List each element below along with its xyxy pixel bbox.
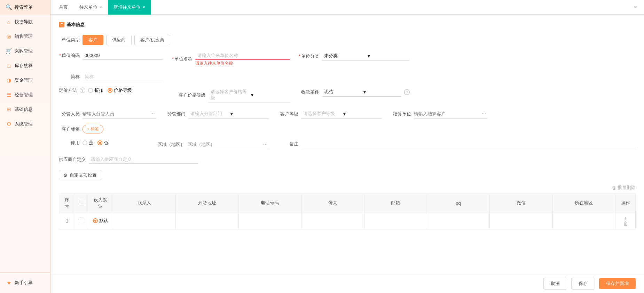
sidebar-item-basics[interactable]: ⊞ 基础信息 [0,102,50,117]
chevron-down-icon4: ▼ [229,111,267,116]
row-address[interactable] [176,212,238,229]
row-wechat[interactable] [490,212,552,229]
disabled-yes-radio[interactable] [83,140,87,145]
fax-input[interactable] [305,218,360,223]
customer-level-select[interactable]: 请选择客户等级 ▼ [301,109,382,119]
unit-type-supplier-btn[interactable]: 供应商 [106,35,132,45]
pricing-level-option[interactable]: 价格等级 [108,87,132,93]
department-select[interactable]: 请输入分管部门 ▼ [188,109,269,119]
price-level-radio[interactable] [108,88,112,93]
tab-partners-label: 往来单位 [79,4,97,10]
region-dots-btn[interactable]: ··· [262,141,269,147]
chevron-down-icon: ▼ [367,54,408,59]
phone-input[interactable] [242,218,298,223]
sidebar-bottom: ★ 新手引导 [0,272,50,293]
disabled-label: 停用 [59,140,80,146]
supplier-custom-input[interactable] [89,155,198,164]
tab-new-partner[interactable]: 新增往来单位 × [108,0,151,15]
sidebar-item-inventory[interactable]: □ 库存核算 [0,58,50,73]
col-fax: 传真 [301,194,364,212]
qq-input[interactable] [431,218,486,223]
batch-delete-area: 🗑 批量删除 [59,185,636,191]
row-default-radio[interactable] [93,218,98,223]
customer-level-placeholder: 请选择客户等级 [303,111,341,117]
tab-new-partner-label: 新增往来单位 [113,4,141,10]
select-all-checkbox[interactable] [79,200,84,205]
cancel-button[interactable]: 取消 [543,278,567,290]
sidebar-label-quick-nav: 快捷导航 [15,19,33,25]
disabled-no-option[interactable]: 否 [97,140,108,146]
payment-help-icon[interactable]: ? [404,89,410,95]
unit-type-both-btn[interactable]: 客户/供应商 [134,35,170,45]
discount-radio[interactable] [88,88,93,93]
row-delete-btn[interactable]: 🗑 [622,221,629,226]
sidebar-item-system[interactable]: ⚙ 系统管理 [0,117,50,131]
customer-price-level-select[interactable]: 请选择客户价格等级 ▼ [209,87,290,103]
unit-name-input[interactable] [195,51,290,60]
region-input[interactable] [188,142,262,147]
disabled-no-radio[interactable] [97,140,102,145]
email-input[interactable] [368,218,423,223]
sidebar-item-sales[interactable]: ◎ 销售管理 [0,29,50,44]
add-tag-button[interactable]: + 标签 [83,125,103,133]
row-default-label: 默认 [99,218,108,224]
supervisor-input[interactable] [83,111,149,116]
row-phone[interactable] [238,212,301,229]
row-checkbox[interactable] [79,218,84,223]
sidebar-item-operations[interactable]: ☰ 经营管理 [0,88,50,102]
custom-settings-button[interactable]: ⚙ 自定义项设置 [59,170,101,180]
row-fax[interactable] [301,212,364,229]
save-and-new-button[interactable]: 保存并新增 [599,278,636,289]
main-area: 首页 往来单位 × 新增往来单位 × × F 基本信息 单位类型 客户 供应商 … [50,0,644,293]
sidebar-item-purchase[interactable]: 🛒 采购管理 [0,44,50,58]
row-location[interactable] [552,212,615,229]
sidebar-item-finance[interactable]: ◑ 资金管理 [0,73,50,88]
row-email[interactable] [364,212,427,229]
department-label: 分管部门 [165,111,186,117]
pricing-help-icon[interactable]: ? [80,88,85,93]
disabled-radio-group: 是 否 [83,140,108,146]
settlement-unit-dots-btn[interactable]: ··· [480,111,488,117]
tab-new-partner-close[interactable]: × [143,5,145,10]
wechat-input[interactable] [493,218,549,223]
unit-code-input[interactable] [83,51,163,60]
sidebar-item-quick-nav[interactable]: ⌂ 快捷导航 [0,15,50,29]
pricing-discount-option[interactable]: 折扣 [88,87,103,93]
row-add-btn[interactable]: + [623,215,628,221]
unit-category-label: *单位分类 [298,53,319,59]
unit-category-value: 未分类 [324,53,365,59]
payment-terms-select[interactable]: 现结 ▼ [322,87,401,97]
contact-input[interactable] [117,218,172,223]
tab-partners-close[interactable]: × [100,5,102,10]
payment-terms-group: 收款条件 现结 ▼ ? [298,87,410,97]
col-location: 所在地区 [552,194,615,212]
section-title-text: 基本信息 [66,22,85,28]
pricing-row: 定价方法 ? 折扣 价格等级 客户价格等级 请选择客户价 [59,87,636,103]
location-input[interactable] [556,218,612,223]
row-default-radio-item[interactable]: 默认 [92,218,109,224]
row-qq[interactable] [427,212,489,229]
address-input[interactable] [179,218,235,223]
supervisor-dots-btn[interactable]: ··· [149,111,156,117]
unit-type-group: 单位类型 客户 供应商 客户/供应商 [59,35,636,45]
remark-input[interactable] [301,140,636,148]
tab-home[interactable]: 首页 [53,0,74,15]
pricing-radio-group: 折扣 价格等级 [88,87,132,93]
basics-icon: ⊞ [6,106,12,113]
unit-code-label: *单位编码 [59,52,80,59]
short-name-input[interactable] [83,73,163,81]
close-all-button[interactable]: × [630,4,641,10]
sidebar-search[interactable]: 🔍 搜索菜单 [0,0,50,15]
disabled-group: 停用 是 否 [59,140,149,146]
sidebar: 🔍 搜索菜单 ⌂ 快捷导航 ◎ 销售管理 🛒 采购管理 □ 库存核算 ◑ 资金管… [0,0,50,293]
unit-type-customer-btn[interactable]: 客户 [83,35,103,45]
col-action: 操作 [615,194,636,212]
unit-category-select[interactable]: 未分类 ▼ [322,51,410,61]
sidebar-item-guide[interactable]: ★ 新手引导 [0,276,50,290]
save-button[interactable]: 保存 [571,278,595,290]
tab-partners[interactable]: 往来单位 × [74,0,108,15]
supervisor-row: 分管人员 ··· 分管部门 请输入分管部门 ▼ 客户等级 请选择客户等级 ▼ [59,109,636,119]
disabled-yes-option[interactable]: 是 [83,140,93,146]
settlement-unit-input[interactable] [414,111,480,116]
row-contact[interactable] [113,212,176,229]
